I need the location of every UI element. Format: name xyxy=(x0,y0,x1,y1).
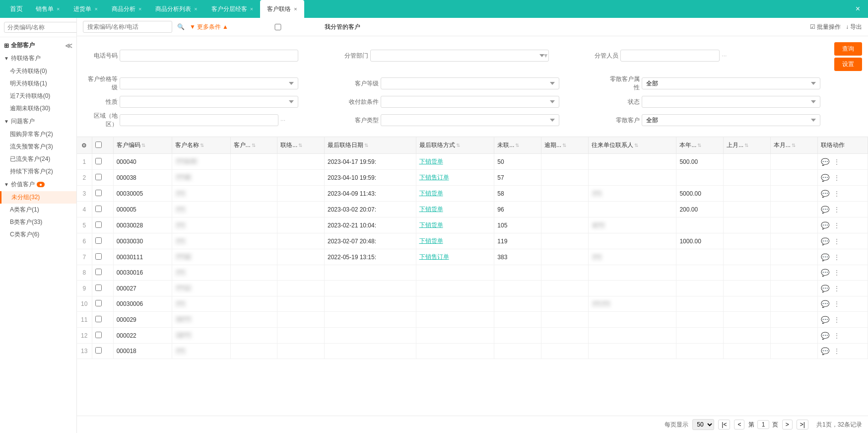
message-icon[interactable]: 💬 xyxy=(821,174,829,182)
close-icon[interactable]: × xyxy=(250,6,253,12)
gender-select[interactable] xyxy=(120,96,298,108)
message-icon[interactable]: 💬 xyxy=(821,347,829,355)
row-checkbox[interactable] xyxy=(95,206,102,212)
td-checkbox[interactable] xyxy=(92,296,113,312)
contact-method-link[interactable]: 下销售订单 xyxy=(419,253,449,260)
td-checkbox[interactable] xyxy=(92,154,113,170)
region-more-icon[interactable]: ··· xyxy=(280,117,285,124)
row-checkbox[interactable] xyxy=(95,332,102,338)
th-checkbox[interactable] xyxy=(92,137,113,154)
price-level-select[interactable] xyxy=(120,77,298,89)
message-icon[interactable]: 💬 xyxy=(821,285,829,292)
row-checkbox[interactable] xyxy=(95,269,102,275)
row-checkbox[interactable] xyxy=(95,316,102,322)
sidebar-item-abnormal[interactable]: 囤购异常客户(2) xyxy=(0,128,76,141)
message-icon[interactable]: 💬 xyxy=(821,206,829,214)
contact-method-link[interactable]: 下销货单 xyxy=(419,206,443,213)
grid-action-icon[interactable]: ⋮ xyxy=(833,332,840,340)
batch-ops-btn[interactable]: ☑ 批量操作 xyxy=(810,23,841,31)
grid-action-icon[interactable]: ⋮ xyxy=(833,300,840,308)
td-checkbox[interactable] xyxy=(92,328,113,344)
td-checkbox[interactable] xyxy=(92,233,113,249)
close-icon[interactable]: × xyxy=(57,6,60,12)
reset-button[interactable]: 设置 xyxy=(834,58,862,71)
contact-method-link[interactable]: 下销货单 xyxy=(419,237,443,244)
contact-method-link[interactable]: 下销货单 xyxy=(419,221,443,228)
contact-method-link[interactable]: 下销货单 xyxy=(419,190,443,197)
grid-action-icon[interactable]: ⋮ xyxy=(833,158,840,166)
first-page-btn[interactable]: |< xyxy=(718,420,730,430)
grid-action-icon[interactable]: ⋮ xyxy=(833,285,840,292)
td-checkbox[interactable] xyxy=(92,170,113,186)
grid-action-icon[interactable]: ⋮ xyxy=(833,174,840,182)
td-checkbox[interactable] xyxy=(92,312,113,328)
sidebar-item-overdue[interactable]: 逾期未联络(30) xyxy=(0,102,76,115)
contact-method-link[interactable]: 下销售订单 xyxy=(419,174,449,181)
close-icon[interactable]: × xyxy=(294,6,297,12)
message-icon[interactable]: 💬 xyxy=(821,221,829,229)
td-checkbox[interactable] xyxy=(92,202,113,217)
my-customers-checkbox-label[interactable]: 我分管的客户 xyxy=(233,23,360,31)
contact-method-link[interactable]: 下销货单 xyxy=(419,158,443,165)
grid-action-icon[interactable]: ⋮ xyxy=(833,347,840,355)
nav-item-customer-segment[interactable]: 客户分层经客 × xyxy=(204,0,260,18)
sidebar-item-declining[interactable]: 持续下滑客户(2) xyxy=(0,165,76,178)
query-button[interactable]: 查询 xyxy=(834,42,862,56)
sidebar-item-tomorrow-pending[interactable]: 明天待联络(1) xyxy=(0,77,76,90)
nav-item-analysis-list[interactable]: 商品分析列表 × xyxy=(148,0,204,18)
payment-select[interactable] xyxy=(381,96,559,108)
score-group[interactable]: ▼ 价值客户 ● xyxy=(0,178,76,191)
nav-home[interactable]: 首页 xyxy=(4,0,29,18)
retail-customer-select[interactable]: 全部 xyxy=(642,114,820,126)
row-checkbox[interactable] xyxy=(95,221,102,228)
close-icon[interactable]: × xyxy=(138,6,141,12)
grid-action-icon[interactable]: ⋮ xyxy=(833,206,840,214)
row-checkbox[interactable] xyxy=(95,158,102,164)
per-page-select[interactable]: 50 xyxy=(692,419,714,430)
close-icon[interactable]: × xyxy=(94,6,97,12)
collapse-icon[interactable]: ≪ xyxy=(65,42,72,50)
close-icon[interactable]: × xyxy=(194,6,197,12)
row-checkbox[interactable] xyxy=(95,285,102,291)
sidebar-item-class-c[interactable]: C类客户(6) xyxy=(0,228,76,241)
sidebar-item-ungraded[interactable]: 未分组(32) xyxy=(0,191,76,204)
nav-item-customer-contact[interactable]: 客户联络 × xyxy=(260,0,304,18)
window-close-button[interactable]: × xyxy=(852,4,864,13)
th-settings[interactable]: ⚙ xyxy=(77,137,92,154)
grid-action-icon[interactable]: ⋮ xyxy=(833,316,840,324)
last-page-btn[interactable]: >| xyxy=(797,420,808,430)
sidebar-item-7days-pending[interactable]: 近7天待联络(0) xyxy=(0,90,76,102)
my-customers-checkbox[interactable] xyxy=(233,24,323,30)
td-checkbox[interactable] xyxy=(92,265,113,281)
row-checkbox[interactable] xyxy=(95,237,102,244)
sidebar-item-class-a[interactable]: A类客户(1) xyxy=(0,204,76,216)
next-page-btn[interactable]: > xyxy=(782,420,793,430)
td-checkbox[interactable] xyxy=(92,217,113,233)
problem-group[interactable]: ▼ 问题客户 xyxy=(0,115,76,128)
nav-item-sales[interactable]: 销售单 × xyxy=(29,0,67,18)
row-checkbox[interactable] xyxy=(95,190,102,196)
message-icon[interactable]: 💬 xyxy=(821,300,829,308)
more-icon[interactable]: ··· xyxy=(722,52,727,59)
select-all-checkbox[interactable] xyxy=(95,142,102,148)
more-conditions-btn[interactable]: ▼ 更多条件 ▲ xyxy=(190,23,228,31)
prev-page-btn[interactable]: < xyxy=(734,420,744,430)
manager-input[interactable] xyxy=(620,50,720,62)
nav-item-purchase[interactable]: 进货单 × xyxy=(67,0,104,18)
grid-action-icon[interactable]: ⋮ xyxy=(833,190,840,198)
td-checkbox[interactable] xyxy=(92,344,113,359)
region-input[interactable] xyxy=(120,114,278,126)
sidebar-item-churned[interactable]: 已流失客户(24) xyxy=(0,153,76,165)
grid-action-icon[interactable]: ⋮ xyxy=(833,269,840,277)
message-icon[interactable]: 💬 xyxy=(821,332,829,340)
message-icon[interactable]: 💬 xyxy=(821,190,829,198)
td-checkbox[interactable] xyxy=(92,249,113,265)
message-icon[interactable]: 💬 xyxy=(821,316,829,324)
row-checkbox[interactable] xyxy=(95,174,102,180)
pending-group[interactable]: ▼ 待联络客户 xyxy=(0,52,76,65)
phone-input[interactable] xyxy=(120,50,298,62)
search-input[interactable] xyxy=(83,21,172,33)
grid-action-icon[interactable]: ⋮ xyxy=(833,237,840,245)
sidebar-item-churn-warning[interactable]: 流失预警客户(3) xyxy=(0,141,76,153)
grid-action-icon[interactable]: ⋮ xyxy=(833,253,840,261)
